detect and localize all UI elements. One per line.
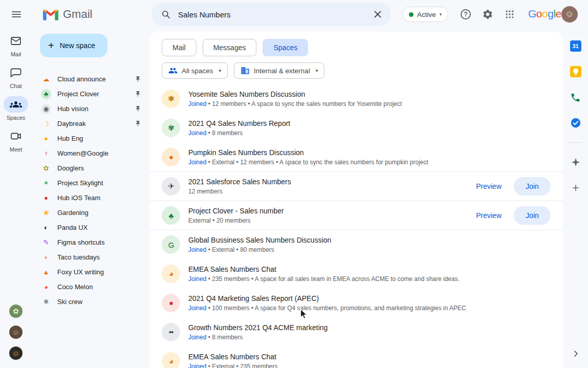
- sidebar-space-hub-vision[interactable]: ◉Hub vision: [32, 101, 149, 116]
- space-name: Cloud announce: [57, 75, 128, 83]
- space-result-row[interactable]: ◕EMEA Sales Numbers ChatJoined • 235 mem…: [149, 259, 563, 288]
- space-title: Pumpkin Sales Numbers Discussion: [188, 148, 551, 157]
- space-result-row[interactable]: ◕EMEA Sales Numbers ChatJoined • Externa…: [149, 347, 563, 368]
- help-button[interactable]: ?: [455, 4, 476, 25]
- filter-label: All spaces: [182, 67, 213, 75]
- joined-label: Joined: [188, 275, 206, 283]
- space-result-row[interactable]: ♣Project Clover - Sales numberExternal •…: [149, 201, 563, 230]
- main-menu-button[interactable]: [6, 4, 27, 25]
- space-meta: • External • 12 members • A space to syn…: [206, 159, 428, 166]
- apps-grid-button[interactable]: [499, 4, 520, 25]
- rail-item-label: Meet: [10, 146, 22, 153]
- rail-item-spaces[interactable]: Spaces: [4, 96, 28, 121]
- search-bar[interactable]: Sales Numbers: [151, 3, 391, 26]
- sidebar-space-foxy-ux-writing[interactable]: ▲Foxy UX writing: [32, 265, 149, 279]
- tab-mail[interactable]: Mail: [162, 39, 197, 56]
- space-name: Figma shortcuts: [57, 239, 143, 246]
- space-result-row[interactable]: ✾2021 Q4 Sales Numbers ReportJoined • 8 …: [149, 113, 563, 142]
- joined-label: Joined: [188, 159, 206, 166]
- chevron-down-icon: ▾: [440, 12, 442, 17]
- space-meta: • 8 members: [206, 129, 243, 137]
- domain-icon: [241, 66, 250, 75]
- preview-button[interactable]: Preview: [469, 177, 509, 196]
- rail-item-meet[interactable]: Meet: [4, 128, 28, 153]
- plus-icon: +: [48, 40, 54, 51]
- clear-search-icon[interactable]: [374, 10, 382, 18]
- people-icon: [168, 66, 178, 75]
- space-result-row[interactable]: ❃Yosemite Sales Numbers DiscussionJoined…: [149, 84, 563, 113]
- space-name: Dooglers: [57, 164, 143, 172]
- tab-spaces[interactable]: Spaces: [263, 39, 308, 56]
- keep-icon[interactable]: [570, 66, 582, 78]
- space-result-text: 2021 Q4 Marketing Sales Report (APEC)Joi…: [188, 294, 551, 312]
- space-meta: • 235 members • A space for all sales te…: [206, 275, 460, 283]
- search-input[interactable]: Sales Numbers: [178, 10, 366, 19]
- space-title: EMEA Sales Numbers Chat: [188, 353, 551, 361]
- pin-icon: [135, 91, 141, 97]
- filter-internal-external[interactable]: Internal & external▾: [234, 62, 324, 79]
- space-result-row[interactable]: GGlobal Bussiness Sales Numbers Discussi…: [149, 230, 563, 259]
- sidebar-space-project-clover[interactable]: ♣Project Clover: [32, 86, 149, 101]
- sidebar-space-cloud-announce[interactable]: ☁Cloud announce: [32, 72, 149, 86]
- sidebar-space-panda-ux[interactable]: ◐Panda UX: [32, 220, 149, 235]
- user-avatar-2[interactable]: ☺: [9, 326, 23, 339]
- settings-button[interactable]: [477, 4, 498, 25]
- voice-icon[interactable]: [570, 91, 582, 103]
- space-name: Taco tuesdays: [57, 253, 143, 261]
- ski-crew-icon: ❄: [41, 297, 51, 307]
- space-avatar-icon: ♣: [162, 206, 180, 225]
- sidebar-space-women-google[interactable]: ♀Women@Google: [32, 146, 149, 161]
- preview-button[interactable]: Preview: [469, 206, 509, 225]
- tasks-icon[interactable]: [570, 117, 582, 129]
- sidebar-space-taco-tuesdays[interactable]: ◗Taco tuesdays: [32, 250, 149, 265]
- space-meta: • 8 members: [206, 334, 243, 341]
- space-result-row[interactable]: ●Pumpkin Sales Numbers DiscussionJoined …: [149, 142, 563, 171]
- user-avatar-3[interactable]: ☺: [9, 347, 23, 360]
- space-avatar-icon: ◕: [162, 265, 180, 283]
- sidebar-space-dooglers[interactable]: ✿Dooglers: [32, 161, 149, 176]
- sidebar-space-hub-eng[interactable]: ●Hub Eng: [32, 131, 149, 146]
- calendar-icon[interactable]: 31: [570, 40, 582, 52]
- space-title: Project Clover - Sales number: [188, 207, 463, 215]
- rail-item-mail[interactable]: Mail: [4, 33, 28, 57]
- space-meta: • External • 80 members: [206, 246, 274, 253]
- sidebar-space-gardening[interactable]: ❀Gardening: [32, 205, 149, 220]
- new-space-button[interactable]: + New space: [40, 34, 107, 57]
- sidebar-space-figma-shortcuts[interactable]: ✎Figma shortcuts: [32, 235, 149, 250]
- get-addons-button[interactable]: [570, 182, 582, 194]
- collapse-side-panel-button[interactable]: [568, 345, 584, 362]
- filter-all-spaces[interactable]: All spaces▾: [162, 62, 228, 79]
- rail-item-chat[interactable]: Chat: [4, 64, 28, 89]
- rail-item-label: Mail: [11, 51, 21, 57]
- space-result-text: EMEA Sales Numbers ChatJoined • External…: [188, 353, 551, 368]
- filter-label: Internal & external: [254, 67, 310, 75]
- space-name: Ski crew: [57, 298, 143, 306]
- user-avatar-1[interactable]: ✿: [9, 305, 23, 318]
- apps-grid-icon: [505, 9, 515, 19]
- addon-icon[interactable]: [570, 156, 582, 168]
- row-actions: PreviewJoin: [463, 206, 551, 225]
- space-meta: External • 20 members: [188, 217, 251, 224]
- join-button[interactable]: Join: [514, 177, 551, 196]
- sidebar-space-hub-ios-team[interactable]: ●Hub iOS Team: [32, 190, 149, 205]
- joined-label: Joined: [188, 100, 206, 107]
- space-result-row[interactable]: ••Growth Numbers 2021 Q4 ACME marketingJ…: [149, 317, 563, 347]
- calendar-date-label: 31: [570, 40, 581, 52]
- join-button[interactable]: Join: [514, 206, 551, 225]
- tab-messages[interactable]: Messages: [203, 39, 257, 56]
- space-avatar-icon: ●: [162, 148, 180, 166]
- sidebar-space-coco-melon[interactable]: ◕Coco Melon: [32, 279, 149, 294]
- space-result-row[interactable]: ●2021 Q4 Marketing Sales Report (APEC)Jo…: [149, 288, 563, 317]
- space-meta: • 12 members • A space to sync the sales…: [206, 100, 402, 107]
- sidebar-space-daybreak[interactable]: ☽Daybreak: [32, 116, 149, 131]
- status-selector[interactable]: Active ▾: [402, 7, 448, 22]
- pin-icon: [135, 76, 141, 82]
- space-title: 2021 Q4 Marketing Sales Report (APEC): [188, 294, 551, 302]
- joined-label: Joined: [188, 305, 206, 312]
- sidebar-space-ski-crew[interactable]: ❄Ski crew: [32, 294, 149, 309]
- hub-eng-icon: ●: [41, 134, 51, 144]
- account-avatar[interactable]: ☺: [561, 6, 578, 23]
- sidebar-space-project-skylight[interactable]: ✶Project Skylight: [32, 176, 149, 190]
- space-name: Women@Google: [57, 149, 143, 157]
- space-result-row[interactable]: ✈2021 Salesforce Sales Numbers12 members…: [149, 171, 563, 201]
